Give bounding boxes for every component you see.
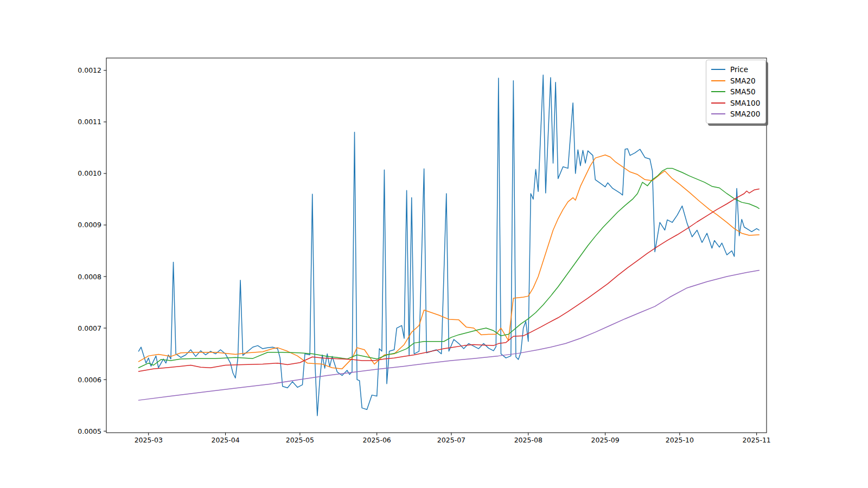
x-tick-label: 2025-05 — [286, 436, 314, 444]
legend-item-price: Price — [711, 64, 760, 75]
plot-frame — [106, 58, 767, 433]
x-tick-label: 2025-04 — [211, 436, 239, 444]
x-tick-label: 2025-06 — [363, 436, 391, 444]
figure: 2025-032025-042025-052025-062025-072025-… — [0, 0, 868, 488]
x-tick-label: 2025-03 — [135, 436, 163, 444]
legend-item-sma20: SMA20 — [711, 75, 760, 87]
y-tick-label: 0.0011 — [78, 118, 101, 126]
legend-label: Price — [730, 64, 748, 75]
y-tick-label: 0.0010 — [78, 169, 101, 177]
legend-line-icon — [711, 91, 725, 92]
y-tick-label: 0.0007 — [78, 324, 101, 332]
x-tick-label: 2025-07 — [437, 436, 465, 444]
x-tick-label: 2025-10 — [666, 436, 694, 444]
legend-item-sma100: SMA100 — [711, 98, 760, 109]
legend-label: SMA100 — [730, 98, 760, 108]
y-tick-label: 0.0009 — [78, 221, 101, 229]
x-tick-label: 2025-11 — [743, 436, 771, 444]
y-tick-label: 0.0006 — [78, 376, 101, 384]
y-tick-label: 0.0012 — [78, 66, 101, 74]
legend-item-sma200: SMA200 — [711, 108, 760, 120]
y-tick-label: 0.0008 — [78, 273, 101, 281]
legend-label: SMA50 — [730, 86, 756, 97]
legend-line-icon — [711, 80, 725, 81]
x-tick-label: 2025-09 — [591, 436, 619, 444]
legend-line-icon — [711, 113, 725, 114]
legend-item-sma50: SMA50 — [711, 86, 760, 98]
x-tick-label: 2025-08 — [514, 436, 542, 444]
legend: PriceSMA20SMA50SMA100SMA200 — [706, 60, 766, 124]
legend-label: SMA200 — [730, 108, 760, 119]
y-tick-label: 0.0005 — [78, 427, 101, 435]
price-line — [138, 75, 759, 415]
legend-line-icon — [711, 102, 725, 104]
legend-line-icon — [711, 69, 725, 70]
legend-label: SMA20 — [730, 75, 756, 86]
